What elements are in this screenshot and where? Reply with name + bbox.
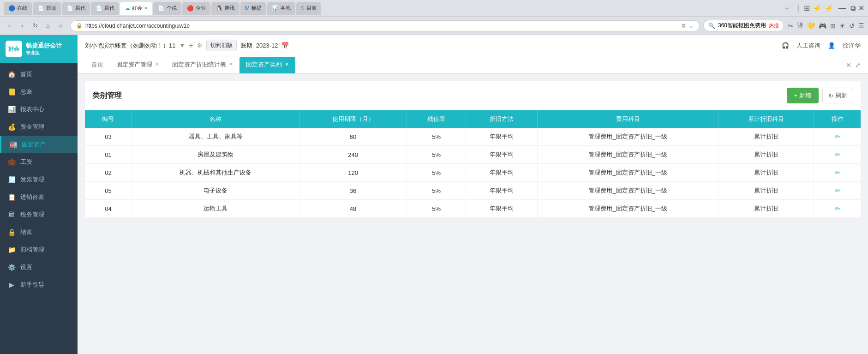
sidebar-item-settings[interactable]: ⚙️ 设置 — [0, 258, 78, 276]
site-settings-icon[interactable]: ⚙ — [681, 23, 686, 29]
sidebar-item-sales-label: 进销台账 — [20, 193, 44, 201]
sidebar-item-tax[interactable]: 🏛 税务管理 — [0, 206, 78, 223]
cell-action-1[interactable]: ✏ — [814, 146, 861, 164]
sidebar-item-invoice[interactable]: 🧾 发票管理 — [0, 171, 78, 188]
sidebar-item-guide[interactable]: ▶ 新手引导 — [0, 276, 78, 294]
expand-panel-icon[interactable]: ⤢ — [855, 61, 861, 69]
cell-residual-1: 5% — [407, 146, 466, 164]
edit-icon-1[interactable]: ✏ — [835, 151, 840, 158]
browser-tab-t2[interactable]: 📄 新版 — [33, 2, 61, 15]
user-icon: 👤 — [828, 42, 835, 49]
cell-period-1: 240 — [299, 146, 407, 164]
browser-tab-close-t5[interactable]: ✕ — [144, 6, 148, 11]
cell-period-3: 36 — [299, 182, 407, 200]
archive-icon: 📁 — [7, 246, 16, 253]
settings-icon: ⚙️ — [7, 264, 16, 271]
browser-tab-t9[interactable]: M 畅提 — [240, 2, 266, 15]
browser-tabs: 🔵 在线 📄 新版 📄 易代 📄 易代 ☁ 好会 ✕ 📄 个税 🔴 企业 — [4, 2, 321, 15]
back-button[interactable]: ‹ — [4, 20, 15, 31]
sun-icon[interactable]: ☀ — [839, 22, 845, 30]
browser-tab-t3[interactable]: 📄 易代 — [62, 2, 90, 15]
browser-tab-t6[interactable]: 📄 个税 — [153, 2, 181, 15]
cell-code-4[interactable]: 04 — [85, 200, 132, 218]
toolbar-icons: ✂ 译 💛 🎮 ⊞ ☀ ↺ ☰ — [788, 22, 864, 30]
cell-action-0[interactable]: ✏ — [814, 128, 861, 146]
edit-icon-2[interactable]: ✏ — [835, 169, 840, 176]
sidebar-item-closing[interactable]: 🔒 结账 — [0, 223, 78, 241]
cell-code-1[interactable]: 01 — [85, 146, 132, 164]
table-header-row: 编号 名称 使用期限（月） 残值率 折旧方法 费用科目 累计折旧科目 操作 — [85, 110, 861, 128]
browser-tab-t1[interactable]: 🔵 在线 — [4, 2, 32, 15]
browser-tab-t4[interactable]: 📄 易代 — [91, 2, 119, 15]
page-tab-close-depreciation[interactable]: ✕ — [229, 61, 233, 67]
sidebar-item-sales[interactable]: 📋 进销台账 — [0, 188, 78, 206]
dropdown-icon[interactable]: ▼ — [179, 42, 185, 49]
browser-tabs-bar: 🔵 在线 📄 新版 📄 易代 📄 易代 ☁ 好会 ✕ 📄 个税 🔴 企业 — [0, 0, 868, 17]
grid-icon[interactable]: ⊞ — [830, 22, 836, 30]
expand-icon[interactable]: ⌄ — [689, 23, 694, 29]
sidebar-item-home[interactable]: 🏠 首页 — [0, 66, 78, 83]
page-tabs: 首页 固定资产管理 ✕ 固定资产折旧统计表 ✕ 固定资产类别 ✕ ✕ ⤢ — [78, 56, 868, 74]
page-tab-depreciation[interactable]: 固定资产折旧统计表 ✕ — [166, 57, 239, 73]
cell-action-3[interactable]: ✏ — [814, 182, 861, 200]
refresh-button[interactable]: ↻ 刷新 — [822, 88, 853, 103]
edit-icon-4[interactable]: ✏ — [835, 205, 840, 212]
cell-action-4[interactable]: ✏ — [814, 200, 861, 218]
page-tab-fixed-asset-mgmt[interactable]: 固定资产管理 ✕ — [110, 57, 166, 73]
sidebar-item-fund[interactable]: 💰 资金管理 — [0, 118, 78, 136]
cell-method-0: 年限平均 — [466, 128, 538, 146]
translate-icon[interactable]: 译 — [797, 22, 803, 30]
forward-button[interactable]: › — [17, 20, 28, 31]
edit-icon-3[interactable]: ✏ — [835, 187, 840, 194]
sidebar-item-report[interactable]: 📊 报表中心 — [0, 101, 78, 118]
game-icon[interactable]: 🎮 — [819, 22, 826, 30]
ledger-icon: 📒 — [7, 88, 16, 96]
cell-period-2: 120 — [299, 164, 407, 182]
wallet-icon[interactable]: 💛 — [807, 22, 815, 30]
page-tab-depreciation-label: 固定资产折旧统计表 — [172, 60, 226, 69]
page-tab-category[interactable]: 固定资产类别 ✕ — [239, 57, 295, 73]
sidebar-nav: 🏠 首页 📒 总账 📊 报表中心 💰 资金管理 🏭 固定资产 💼 工资 — [0, 63, 78, 354]
home-button[interactable]: ⌂ — [42, 20, 54, 31]
browser-tab-t10[interactable]: 📊 各地 — [267, 2, 295, 15]
browser-tab-t11[interactable]: S 目前 — [296, 2, 321, 15]
page-tab-home[interactable]: 首页 — [85, 57, 110, 73]
page-tab-close-category[interactable]: ✕ — [285, 61, 289, 67]
sidebar-item-ledger[interactable]: 📒 总账 — [0, 83, 78, 101]
cell-accumulated-3: 累计折旧 — [718, 182, 814, 200]
close-panel-icon[interactable]: ✕ — [846, 61, 851, 69]
page-tab-close-fixed-asset-mgmt[interactable]: ✕ — [155, 61, 159, 67]
undo-icon[interactable]: ↺ — [849, 22, 855, 30]
add-company-icon[interactable]: + — [189, 42, 193, 50]
table-row: 02 机器、机械和其他生产设备 120 5% 年限平均 管理费用_固定资产折旧_… — [85, 164, 861, 182]
sidebar-item-fixed-asset[interactable]: 🏭 固定资产 — [0, 136, 78, 153]
logo-subtitle: 专业版 — [26, 50, 62, 56]
home-icon: 🏠 — [7, 71, 16, 78]
calendar-icon[interactable]: 📅 — [281, 42, 289, 49]
new-tab-button[interactable]: + — [781, 3, 792, 14]
consult-label[interactable]: 人工咨询 — [796, 42, 820, 50]
cut-icon[interactable]: ✂ — [788, 22, 793, 30]
add-category-button[interactable]: + 新增 — [787, 88, 819, 103]
cell-name-3: 电子设备 — [132, 182, 299, 200]
browser-tab-t7[interactable]: 🔴 企业 — [182, 2, 210, 15]
browser-tab-t5[interactable]: ☁ 好会 ✕ — [120, 2, 152, 15]
user-name[interactable]: 徐泽华 — [843, 42, 861, 50]
sidebar-item-archive[interactable]: 📁 归档管理 — [0, 241, 78, 258]
browser-tab-t8[interactable]: 🐧 腾讯 — [211, 2, 239, 15]
cell-code-3[interactable]: 05 — [85, 182, 132, 200]
edit-icon-0[interactable]: ✏ — [835, 133, 840, 140]
col-period: 使用期限（月） — [299, 110, 407, 128]
cell-code-0[interactable]: 03 — [85, 128, 132, 146]
hot-label: 热搜 — [769, 22, 779, 29]
bookmark-button[interactable]: ☆ — [55, 20, 66, 31]
search-bar[interactable]: 🔍 360智能抠图免费用 热搜 — [703, 20, 784, 31]
cell-code-2[interactable]: 02 — [85, 164, 132, 182]
cell-action-2[interactable]: ✏ — [814, 164, 861, 182]
url-bar[interactable]: 🔒 https://cloud.chanjet.com/accounting/u… — [70, 20, 700, 31]
menu-icon[interactable]: ☰ — [858, 22, 864, 30]
sidebar-item-payroll[interactable]: 💼 工资 — [0, 153, 78, 171]
switch-old-btn[interactable]: 切到旧版 — [206, 40, 237, 51]
settings-company-icon[interactable]: ⚙ — [197, 42, 203, 49]
reload-button[interactable]: ↻ — [30, 20, 41, 31]
